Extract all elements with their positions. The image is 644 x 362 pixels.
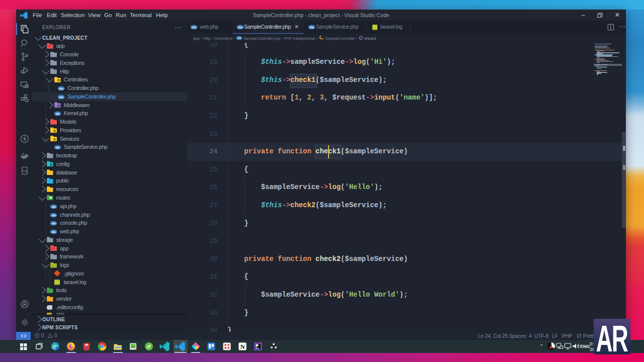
svg-text:php: php bbox=[309, 26, 314, 29]
svg-text:php: php bbox=[59, 87, 63, 90]
svg-text:php: php bbox=[52, 213, 56, 216]
svg-text:php: php bbox=[55, 146, 59, 149]
svg-text:AR: AR bbox=[596, 319, 628, 354]
svg-text:php: php bbox=[192, 26, 196, 29]
svg-text:php: php bbox=[237, 37, 241, 39]
svg-text:N: N bbox=[240, 343, 245, 350]
svg-text:php: php bbox=[238, 26, 243, 29]
svg-text:php: php bbox=[55, 112, 59, 115]
svg-text:php: php bbox=[52, 222, 56, 225]
svg-text:php: php bbox=[52, 205, 56, 208]
svg-text:php: php bbox=[52, 230, 56, 233]
svg-text:php: php bbox=[59, 96, 63, 99]
